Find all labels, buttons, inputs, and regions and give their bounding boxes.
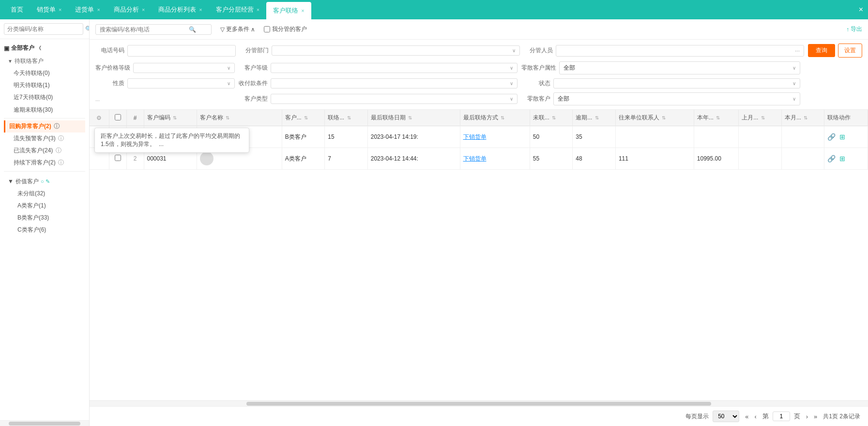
this-year-sort-icon[interactable]: ⇅: [716, 115, 720, 120]
search-input[interactable]: [100, 26, 187, 33]
filter-row-1: 电话号码 分管部门 ∨ 分管人员 ···: [95, 44, 862, 58]
page-input[interactable]: [773, 411, 790, 421]
contact-method-link[interactable]: 下销货单: [463, 133, 487, 140]
more-dots-icon[interactable]: ...: [95, 96, 100, 102]
method-sort-icon[interactable]: ⇅: [501, 115, 504, 120]
sidebar-item-tomorrow[interactable]: 明天待联络(1): [4, 79, 85, 91]
filter-label: 更多条件: [226, 25, 249, 33]
tab-sales[interactable]: 销货单 ×: [30, 0, 68, 19]
gear-icon[interactable]: ⚙: [96, 115, 102, 121]
dept-select[interactable]: ∨: [272, 45, 520, 56]
action-icons-group: 🔗 ⊞: [827, 155, 865, 162]
contact-link-icon[interactable]: 🔗: [827, 133, 836, 141]
row-not-contact: 55: [530, 148, 573, 170]
retail-customer-label: 零散客户: [521, 95, 550, 103]
next-page-button[interactable]: ›: [804, 412, 810, 421]
row-last-contact-method: 下销货单: [460, 148, 530, 170]
select-all-checkbox[interactable]: [115, 114, 121, 120]
sidebar-scroll-thumb: [9, 422, 80, 426]
sidebar-search-icon[interactable]: 🔍: [85, 26, 90, 32]
person-select[interactable]: ···: [556, 45, 804, 57]
prev-page-button[interactable]: ‹: [752, 412, 758, 421]
contact-method-link[interactable]: 下销货单: [463, 155, 487, 162]
last-month-sort-icon[interactable]: ⇅: [761, 115, 765, 120]
sidebar-item-classB[interactable]: B类客户(33): [8, 212, 81, 224]
tab-customer-tier[interactable]: 客户分层经营 ×: [209, 0, 266, 19]
scroll-thumb: [246, 402, 711, 406]
tooltip-text: 距客户上次交易时长，超过了此客户的平均交易周期的1.5倍，则视为异常。: [101, 132, 240, 147]
customer-level-select[interactable]: ∨: [271, 63, 518, 73]
table-container: ⚙ # 客户编码 ⇅ 客户名称 ⇅: [90, 110, 868, 400]
col-last-contact-method: 最后联络方式 ⇅: [460, 110, 530, 126]
close-product-list-tab[interactable]: ×: [199, 0, 202, 19]
status-select[interactable]: ∨: [553, 78, 800, 88]
sidebar-search-input[interactable]: [4, 23, 83, 35]
export-button[interactable]: ↑ 导出: [846, 25, 862, 33]
retail-customer-select[interactable]: 全部 ∨: [553, 92, 800, 105]
sidebar-item-7days[interactable]: 近7天待联络(0): [4, 91, 85, 103]
row-not-contact: 50: [530, 126, 573, 148]
gender-select[interactable]: ∨: [127, 78, 235, 88]
phone-input[interactable]: [127, 45, 236, 57]
person-dots-icon[interactable]: ···: [795, 47, 800, 54]
this-month-sort-icon[interactable]: ⇅: [804, 115, 807, 120]
toolbar-search-box: 🔍: [95, 24, 212, 35]
contact-grid-icon[interactable]: ⊞: [839, 155, 845, 162]
more-filter-button[interactable]: ▽ 更多条件 ∧: [216, 23, 259, 35]
close-purchase-tab[interactable]: ×: [97, 0, 100, 19]
filter-customer-level: 客户等级 ∨: [239, 63, 518, 73]
search-icon[interactable]: 🔍: [189, 26, 196, 33]
tab-product-list[interactable]: 商品分析列表 ×: [152, 0, 209, 19]
close-product-analysis-tab[interactable]: ×: [142, 0, 145, 19]
sidebar-pending-title[interactable]: ▼ 待联络客户: [4, 55, 85, 67]
close-customer-contact-tab[interactable]: ×: [301, 2, 304, 19]
expand-icon: ▣: [4, 45, 9, 52]
contact-count-sort-icon[interactable]: ⇅: [347, 115, 351, 120]
sidebar-item-churn-warning[interactable]: 流失预警客户(3) ⓘ: [4, 132, 85, 145]
customer-type-select[interactable]: ∨: [271, 94, 518, 104]
price-level-select[interactable]: ∨: [133, 63, 235, 73]
last-page-button[interactable]: »: [812, 412, 819, 421]
payment-select[interactable]: ∨: [271, 78, 518, 88]
overdue-sort-icon[interactable]: ⇅: [595, 115, 599, 120]
horizontal-scrollbar[interactable]: [90, 400, 868, 406]
person-label: 分管人员: [524, 46, 553, 55]
code-sort-icon[interactable]: ⇅: [173, 115, 177, 120]
sidebar-all-customers-title[interactable]: ▣ 全部客户 《: [4, 42, 85, 54]
sidebar-item-overdue[interactable]: 逾期未联络(30): [4, 104, 85, 116]
sidebar-item-churned[interactable]: 已流失客户(24) ⓘ: [4, 145, 85, 157]
contact-link-icon[interactable]: 🔗: [827, 155, 836, 162]
not-contact-sort-icon[interactable]: ⇅: [552, 115, 556, 120]
my-customers-check[interactable]: [264, 26, 270, 32]
row-this-month: [781, 148, 824, 170]
date-sort-icon[interactable]: ⇅: [408, 115, 412, 120]
tab-customer-contact[interactable]: 客户联络 ×: [266, 2, 311, 19]
settings-button[interactable]: 设置: [838, 44, 862, 58]
filter-payment: 收付款条件 ∨: [239, 78, 518, 88]
collapse-icon[interactable]: 《: [36, 45, 41, 52]
name-sort-icon[interactable]: ⇅: [226, 115, 229, 120]
retail-attr-select[interactable]: 全部 ∨: [559, 61, 800, 74]
sidebar-item-abnormal[interactable]: 回购异常客户(2) ⓘ: [4, 120, 85, 132]
sidebar-item-classA[interactable]: A类客户(1): [8, 200, 81, 212]
per-page-label: 每页显示: [685, 412, 709, 421]
close-sales-tab[interactable]: ×: [59, 0, 61, 19]
tab-home[interactable]: 首页: [4, 0, 30, 19]
tab-product-analysis[interactable]: 商品分析 ×: [107, 0, 152, 19]
sidebar-item-ungrouped[interactable]: 未分组(32): [8, 188, 81, 200]
sidebar-item-declining[interactable]: 持续下滑客户(2) ⓘ: [4, 157, 85, 169]
per-page-select[interactable]: 50 100 200: [713, 411, 739, 422]
edit-value-customer-icon[interactable]: ○ ✎: [41, 178, 50, 185]
close-customer-tier-tab[interactable]: ×: [257, 0, 259, 19]
sidebar-item-classC[interactable]: C类客户(6): [8, 224, 81, 236]
filter-phone: 电话号码: [95, 45, 236, 57]
row-checkbox[interactable]: [115, 155, 121, 161]
sidebar-item-today[interactable]: 今天待联络(0): [4, 67, 85, 79]
type-sort-icon[interactable]: ⇅: [304, 115, 308, 120]
close-main-button[interactable]: ×: [859, 5, 863, 14]
person-sort-icon[interactable]: ⇅: [662, 115, 666, 120]
query-button[interactable]: 查询: [808, 44, 835, 57]
tab-purchase[interactable]: 进货单 ×: [68, 0, 107, 19]
contact-grid-icon[interactable]: ⊞: [839, 133, 845, 141]
first-page-button[interactable]: «: [743, 412, 750, 421]
